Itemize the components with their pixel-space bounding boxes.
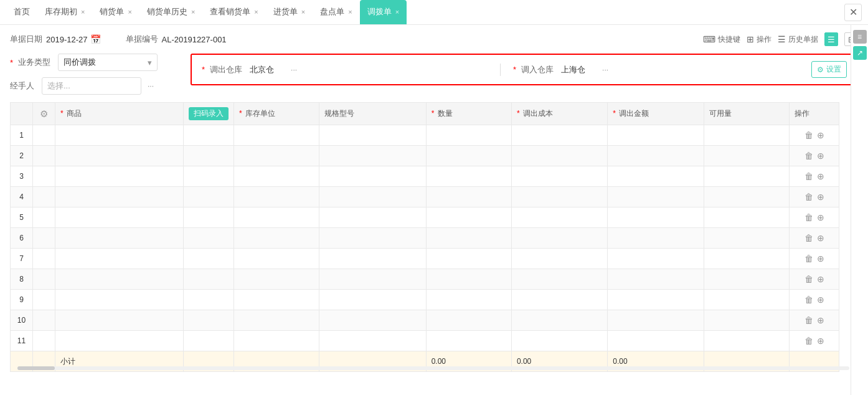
copy-icon[interactable]: ⊕	[817, 295, 824, 305]
scrollbar-thumb[interactable]	[17, 366, 55, 370]
scan-button[interactable]: 扫码录入	[189, 107, 229, 120]
row-spec[interactable]	[319, 249, 427, 269]
row-amount[interactable]	[608, 249, 704, 269]
row-cost[interactable]	[511, 125, 607, 146]
row-unit[interactable]	[234, 207, 319, 228]
row-unit[interactable]	[234, 146, 319, 166]
warehouse-in-more-icon[interactable]: ···	[602, 65, 608, 74]
row-spec[interactable]	[319, 125, 427, 146]
row-qty[interactable]	[426, 146, 511, 166]
row-amount[interactable]	[608, 187, 704, 207]
copy-icon[interactable]: ⊕	[817, 315, 824, 325]
row-qty[interactable]	[426, 310, 511, 331]
tab-view-sales-close[interactable]: ×	[254, 8, 258, 16]
tab-purchase-order-close[interactable]: ×	[301, 8, 305, 16]
row-product[interactable]	[55, 331, 184, 351]
tab-inventory-check-close[interactable]: ×	[348, 8, 352, 16]
row-product[interactable]	[55, 146, 184, 166]
row-qty[interactable]	[426, 187, 511, 207]
sidebar-export-icon[interactable]: ↗	[853, 46, 867, 60]
delete-icon[interactable]: 🗑	[804, 274, 813, 284]
shortcut-button[interactable]: ⌨ 快捷键	[703, 34, 740, 45]
horizontal-scrollbar[interactable]	[17, 366, 849, 370]
row-qty[interactable]	[426, 290, 511, 310]
history-button[interactable]: ☰ 历史单据	[778, 34, 818, 45]
delete-icon[interactable]: 🗑	[804, 130, 813, 140]
row-qty[interactable]	[426, 207, 511, 228]
delete-icon[interactable]: 🗑	[804, 212, 813, 222]
row-cost[interactable]	[511, 269, 607, 290]
tab-inventory-init-close[interactable]: ×	[81, 8, 85, 16]
operations-button[interactable]: ⊞ 操作	[747, 34, 771, 45]
row-spec[interactable]	[319, 146, 427, 166]
row-cost[interactable]	[511, 187, 607, 207]
tab-bar-close-button[interactable]: ✕	[844, 4, 862, 21]
row-unit[interactable]	[234, 228, 319, 249]
tab-transfer-order-close[interactable]: ×	[395, 8, 399, 16]
layout-list-button[interactable]: ☰	[824, 32, 838, 46]
copy-icon[interactable]: ⊕	[817, 171, 824, 181]
row-amount[interactable]	[608, 331, 704, 351]
tab-sales-order-close[interactable]: ×	[128, 8, 131, 16]
row-product[interactable]	[55, 269, 184, 290]
row-qty[interactable]	[426, 269, 511, 290]
copy-icon[interactable]: ⊕	[817, 254, 824, 264]
delete-icon[interactable]: 🗑	[804, 151, 813, 161]
tab-inventory-init[interactable]: 库存期初 ×	[37, 0, 92, 24]
row-cost[interactable]	[511, 331, 607, 351]
row-cost[interactable]	[511, 249, 607, 269]
delete-icon[interactable]: 🗑	[804, 171, 813, 181]
row-amount[interactable]	[608, 290, 704, 310]
tab-transfer-order[interactable]: 调拨单 ×	[360, 0, 407, 24]
row-spec[interactable]	[319, 310, 427, 331]
calendar-icon[interactable]: 📅	[90, 34, 101, 44]
row-amount[interactable]	[608, 310, 704, 331]
sidebar-notes-icon[interactable]: ≡	[853, 30, 867, 44]
row-qty[interactable]	[426, 249, 511, 269]
row-product[interactable]	[55, 166, 184, 187]
handler-input[interactable]: 选择...	[42, 77, 141, 95]
delete-icon[interactable]: 🗑	[804, 192, 813, 202]
row-product[interactable]	[55, 310, 184, 331]
row-cost[interactable]	[511, 146, 607, 166]
row-amount[interactable]	[608, 146, 704, 166]
row-qty[interactable]	[426, 331, 511, 351]
row-qty[interactable]	[426, 166, 511, 187]
delete-icon[interactable]: 🗑	[804, 254, 813, 264]
delete-icon[interactable]: 🗑	[804, 233, 813, 243]
row-amount[interactable]	[608, 125, 704, 146]
row-product[interactable]	[55, 125, 184, 146]
row-unit[interactable]	[234, 187, 319, 207]
tab-sales-order[interactable]: 销货单 ×	[92, 0, 139, 24]
row-spec[interactable]	[319, 207, 427, 228]
tab-purchase-order[interactable]: 进货单 ×	[266, 0, 313, 24]
business-type-select[interactable]: 同价调拨 ▾	[58, 54, 158, 71]
tab-inventory-check[interactable]: 盘点单 ×	[313, 0, 359, 24]
copy-icon[interactable]: ⊕	[817, 130, 824, 140]
row-amount[interactable]	[608, 269, 704, 290]
row-cost[interactable]	[511, 228, 607, 249]
row-unit[interactable]	[234, 125, 319, 146]
tab-view-sales[interactable]: 查看销货单 ×	[202, 0, 265, 24]
row-spec[interactable]	[319, 187, 427, 207]
row-amount[interactable]	[608, 207, 704, 228]
row-unit[interactable]	[234, 310, 319, 331]
row-spec[interactable]	[319, 331, 427, 351]
th-settings[interactable]: ⚙	[33, 103, 55, 125]
copy-icon[interactable]: ⊕	[817, 274, 824, 284]
row-product[interactable]	[55, 249, 184, 269]
delete-icon[interactable]: 🗑	[804, 315, 813, 325]
row-qty[interactable]	[426, 125, 511, 146]
row-cost[interactable]	[511, 207, 607, 228]
copy-icon[interactable]: ⊕	[817, 336, 824, 346]
copy-icon[interactable]: ⊕	[817, 151, 824, 161]
tab-sales-history-close[interactable]: ×	[191, 8, 195, 16]
copy-icon[interactable]: ⊕	[817, 212, 824, 222]
row-unit[interactable]	[234, 331, 319, 351]
table-settings-icon[interactable]: ⚙	[38, 108, 50, 120]
delete-icon[interactable]: 🗑	[804, 336, 813, 346]
row-product[interactable]	[55, 187, 184, 207]
row-unit[interactable]	[234, 249, 319, 269]
delete-icon[interactable]: 🗑	[804, 295, 813, 305]
row-qty[interactable]	[426, 228, 511, 249]
